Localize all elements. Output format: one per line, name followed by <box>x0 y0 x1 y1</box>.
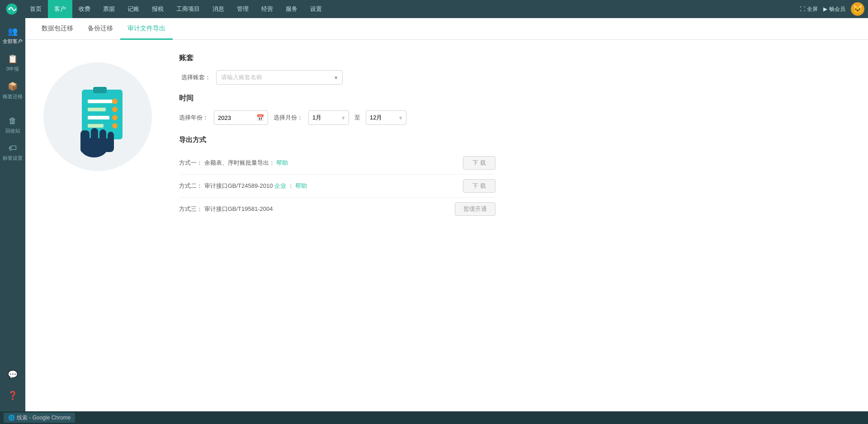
time-section-divider: 时间 <box>179 94 495 103</box>
export-method-3: 方式三： 审计接口GB/T19581-2004 暂缓开通 <box>179 198 495 220</box>
svg-point-10 <box>112 123 118 129</box>
accounts-section-title: 账套 <box>179 53 495 63</box>
svg-rect-4 <box>88 108 106 111</box>
export-method-2-help-link[interactable]: 帮助 <box>295 182 307 189</box>
nav-menu: 首页 客户 收费 票据 记账 报税 工商项目 消息 管理 经营 服务 设置 <box>24 0 800 18</box>
tab-data-package-migrate[interactable]: 数据包迁移 <box>34 19 80 40</box>
sidebar-item-account-migrate[interactable]: 📦 账套迁移 <box>0 77 25 105</box>
recycle-icon: 🗑 <box>9 116 17 126</box>
taskbar-chrome[interactable]: 🌐 线索 - Google Chrome <box>4 413 75 423</box>
nav-bills[interactable]: 票据 <box>97 0 121 18</box>
svg-rect-11 <box>93 87 107 93</box>
nav-accounting[interactable]: 记账 <box>121 0 146 18</box>
export-method-2-text: 审计接口GB/T24589-2010 <box>204 182 273 189</box>
export-method-3-text: 审计接口GB/T19581-2004 <box>204 205 273 212</box>
accounts-placeholder: 请输入账套名称 <box>221 73 262 81</box>
export-method-1: 方式一： 余额表、序时账批量导出： 帮助 下 载 <box>179 152 495 175</box>
export-method-1-text: 余额表、序时账批量导出： <box>204 159 275 166</box>
all-customers-icon: 👥 <box>8 26 18 36</box>
accounts-form-row: 选择账套： 请输入账套名称 ▾ <box>179 70 495 85</box>
export-method-3-prefix: 方式三： <box>179 205 203 212</box>
nav-home[interactable]: 首页 <box>24 0 48 18</box>
calendar-icon: 📅 <box>256 114 264 121</box>
month-end-select[interactable]: 12月 ▾ <box>366 110 406 125</box>
nav-fees[interactable]: 收费 <box>72 0 97 18</box>
time-section-title: 时间 <box>179 94 495 103</box>
help-icon: ❓ <box>8 391 18 400</box>
time-form-row: 选择年份： 2023 📅 选择月份： 1月 ▾ 至 12月 <box>179 110 495 125</box>
chat-icon: 💬 <box>8 370 18 380</box>
year-input[interactable]: 2023 📅 <box>214 110 268 125</box>
sidebar-item-recycle[interactable]: 🗑 回收站 <box>0 112 25 139</box>
export-method-1-download-button[interactable]: 下 载 <box>463 156 495 170</box>
svg-point-1 <box>9 8 10 10</box>
month-end-value: 12月 <box>370 114 382 122</box>
export-method-1-desc: 方式一： 余额表、序时账批量导出： 帮助 <box>179 159 288 167</box>
accounts-label: 选择账套： <box>179 73 211 81</box>
nav-right-area: ⛶ 全屏 ▶ 畅会员 🐱 <box>800 2 864 16</box>
export-method-2-download-button[interactable]: 下 载 <box>463 179 495 193</box>
nav-manage[interactable]: 管理 <box>231 0 255 18</box>
tag-settings-icon: 🏷 <box>9 143 17 153</box>
form-container: 账套 选择账套： 请输入账套名称 ▾ 时间 选择年份： <box>43 53 850 220</box>
month-start-value: 1月 <box>312 114 321 122</box>
nav-bizproject[interactable]: 工商项目 <box>170 0 206 18</box>
main-layout: 👥 全部客户 📋 0申报 📦 账套迁移 🗑 回收站 🏷 标签设置 💬 ❓ <box>0 18 868 411</box>
to-text: 至 <box>354 114 360 122</box>
export-method-1-prefix: 方式一： <box>179 159 203 166</box>
sidebar-item-zero-declare[interactable]: 📋 0申报 <box>0 49 25 77</box>
tabs-bar: 数据包迁移 备份迁移 审计文件导出 <box>25 18 868 40</box>
export-method-2-prefix: 方式二： <box>179 182 203 189</box>
month-start-label: 选择月份： <box>274 114 303 122</box>
year-value: 2023 <box>218 114 231 121</box>
tab-backup-migrate[interactable]: 备份迁移 <box>80 19 120 40</box>
nav-operation[interactable]: 经营 <box>255 0 279 18</box>
export-method-3-comingsoon-button[interactable]: 暂缓开通 <box>455 202 495 216</box>
sidebar-help[interactable]: ❓ <box>6 387 19 404</box>
export-method-2: 方式二： 审计接口GB/T24589-2010 企业 ： 帮助 下 载 <box>179 175 495 198</box>
export-section-title: 导出方式 <box>179 136 495 144</box>
export-method-3-desc: 方式三： 审计接口GB/T19581-2004 <box>179 205 273 213</box>
top-navigation: 首页 客户 收费 票据 记账 报税 工商项目 消息 管理 经营 服务 设置 ⛶ … <box>0 0 868 18</box>
svg-rect-5 <box>88 116 109 119</box>
export-method-1-help-link[interactable]: 帮助 <box>276 159 288 166</box>
sidebar-item-tag-settings[interactable]: 🏷 标签设置 <box>0 139 25 166</box>
svg-rect-17 <box>80 138 114 152</box>
export-method-2-desc: 方式二： 审计接口GB/T24589-2010 企业 ： 帮助 <box>179 182 307 190</box>
account-migrate-icon: 📦 <box>8 81 18 91</box>
avatar[interactable]: 🐱 <box>851 2 864 16</box>
illustration-area <box>43 53 152 180</box>
export-method-2-company: 企业 <box>274 182 286 189</box>
illustration-circle <box>43 62 152 171</box>
export-section: 导出方式 方式一： 余额表、序时账批量导出： 帮助 下 载 <box>179 136 495 220</box>
chevron-down-month-end-icon: ▾ <box>399 114 402 121</box>
sidebar-item-all-customers[interactable]: 👥 全部客户 <box>0 22 25 49</box>
sidebar-chat[interactable]: 💬 <box>6 366 19 383</box>
taskbar-chrome-label: 线索 - Google Chrome <box>17 414 71 422</box>
fullscreen-button[interactable]: ⛶ 全屏 <box>800 5 818 13</box>
svg-point-9 <box>112 115 118 120</box>
nav-settings[interactable]: 设置 <box>304 0 328 18</box>
nav-messages[interactable]: 消息 <box>206 0 231 18</box>
chevron-down-icon: ▾ <box>335 74 338 81</box>
nav-customer[interactable]: 客户 <box>48 0 72 18</box>
zero-declare-icon: 📋 <box>8 54 18 64</box>
app-logo <box>4 1 20 17</box>
sidebar-footer: 💬 ❓ <box>6 366 19 411</box>
page-content: 账套 选择账套： 请输入账套名称 ▾ 时间 选择年份： <box>25 40 868 411</box>
tab-audit-export[interactable]: 审计文件导出 <box>120 19 173 40</box>
left-sidebar: 👥 全部客户 📋 0申报 📦 账套迁移 🗑 回收站 🏷 标签设置 💬 ❓ <box>0 18 25 411</box>
chrome-icon: 🌐 <box>8 414 15 421</box>
svg-point-7 <box>112 99 118 104</box>
nav-tax[interactable]: 报税 <box>146 0 170 18</box>
svg-point-8 <box>112 107 118 112</box>
year-label: 选择年份： <box>179 114 208 122</box>
accounts-select[interactable]: 请输入账套名称 ▾ <box>216 70 343 85</box>
svg-rect-6 <box>88 124 104 128</box>
content-area: 数据包迁移 备份迁移 审计文件导出 <box>25 18 868 411</box>
right-form: 账套 选择账套： 请输入账套名称 ▾ 时间 选择年份： <box>179 53 495 220</box>
nav-service[interactable]: 服务 <box>279 0 304 18</box>
month-start-select[interactable]: 1月 ▾ <box>308 110 349 125</box>
chevron-down-month-start-icon: ▾ <box>342 114 345 121</box>
member-button[interactable]: ▶ 畅会员 <box>823 5 845 13</box>
